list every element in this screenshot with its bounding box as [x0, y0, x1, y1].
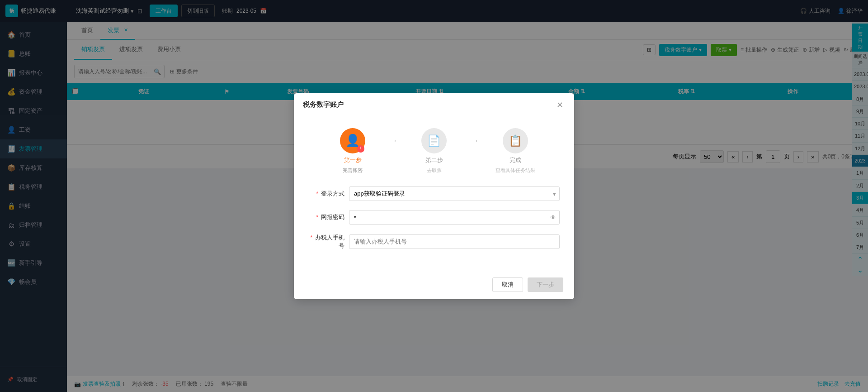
- phone-row: * 办税人手机号: [308, 234, 560, 250]
- step-2-icon-wrap: 📄: [421, 128, 447, 153]
- login-method-select-wrap: app获取验证码登录 密码登录 ▾: [349, 186, 560, 201]
- login-method-select[interactable]: app获取验证码登录 密码登录: [349, 186, 560, 201]
- step-1-icon-wrap: 👤 !: [340, 128, 365, 153]
- password-input-wrap: 👁: [349, 210, 560, 225]
- modal-overlay[interactable]: 税务数字账户 ✕ 👤 ! 第一步 完善账密 →: [0, 0, 868, 392]
- phone-input[interactable]: [349, 234, 560, 249]
- step-3-icon: 📋: [509, 134, 522, 147]
- modal-footer: 取消 下一步: [294, 270, 574, 299]
- step-3-label: 完成: [509, 156, 521, 164]
- step-1-desc: 完善账密: [343, 167, 363, 174]
- login-method-row: * 登录方式 app获取验证码登录 密码登录 ▾: [308, 186, 560, 201]
- phone-label: * 办税人手机号: [308, 234, 349, 250]
- step-2-icon: 📄: [427, 134, 441, 147]
- step-2-label: 第二步: [425, 156, 443, 164]
- step-3-icon-wrap: 📋: [503, 128, 528, 153]
- step-3-desc: 查看具体任务结果: [495, 167, 535, 174]
- toggle-password-icon[interactable]: 👁: [550, 214, 556, 220]
- step-1-error-badge: !: [357, 145, 364, 153]
- cancel-button[interactable]: 取消: [492, 277, 523, 292]
- step-2: 📄 第二步 去取票: [407, 128, 461, 174]
- login-method-label: * 登录方式: [308, 190, 349, 198]
- modal-body: 👤 ! 第一步 完善账密 → 📄 第二步 去取票 →: [294, 117, 574, 270]
- tax-digital-modal: 税务数字账户 ✕ 👤 ! 第一步 完善账密 →: [294, 93, 574, 299]
- step-1: 👤 ! 第一步 完善账密: [326, 128, 380, 174]
- step-2-desc: 去取票: [427, 167, 442, 174]
- modal-header: 税务数字账户 ✕: [294, 93, 574, 117]
- password-input[interactable]: [349, 210, 560, 225]
- step-3: 📋 完成 查看具体任务结果: [488, 128, 542, 174]
- step-arrow-1: →: [380, 128, 407, 153]
- modal-close-button[interactable]: ✕: [554, 100, 565, 110]
- password-label: * 网报密码: [308, 213, 349, 221]
- next-step-button[interactable]: 下一步: [528, 277, 563, 292]
- step-1-label: 第一步: [344, 156, 362, 164]
- step-1-icon: 👤: [345, 134, 360, 148]
- modal-title: 税务数字账户: [303, 100, 344, 109]
- steps-indicator: 👤 ! 第一步 完善账密 → 📄 第二步 去取票 →: [308, 128, 560, 174]
- step-arrow-2: →: [461, 128, 488, 153]
- password-row: * 网报密码 👁: [308, 210, 560, 225]
